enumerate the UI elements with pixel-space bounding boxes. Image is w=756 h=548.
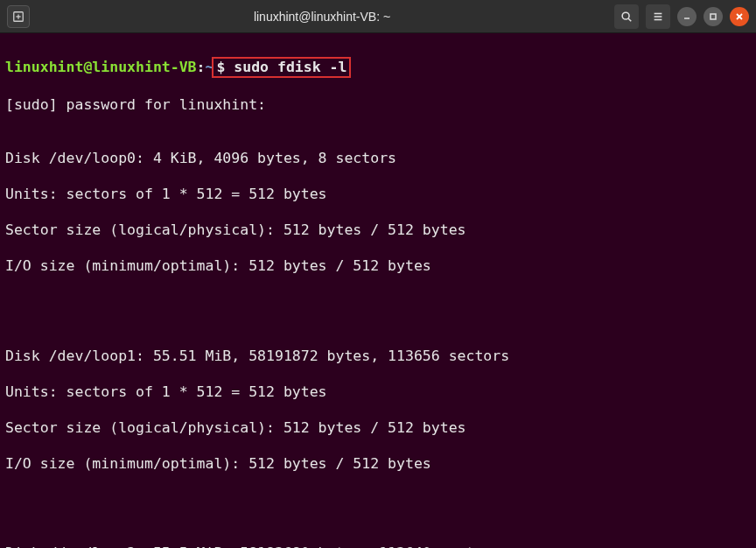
output-line: Disk /dev/loop0: 4 KiB, 4096 bytes, 8 se… — [5, 150, 751, 168]
output-line: Disk /dev/loop2: 55.5 MiB, 58183680 byte… — [5, 544, 751, 548]
prompt-line: linuxhint@linuxhint-VB:~$ sudo fdisk -l — [5, 57, 751, 79]
sudo-password-line: [sudo] password for linuxhint: — [5, 96, 751, 115]
close-button[interactable] — [730, 7, 749, 26]
output-line: Units: sectors of 1 * 512 = 512 bytes — [5, 186, 751, 204]
search-icon — [620, 11, 633, 23]
terminal-area[interactable]: linuxhint@linuxhint-VB:~$ sudo fdisk -l … — [0, 33, 756, 548]
disk-block: Disk /dev/loop2: 55.5 MiB, 58183680 byte… — [5, 527, 751, 549]
maximize-button[interactable] — [704, 7, 723, 26]
new-tab-icon — [12, 11, 24, 23]
svg-line-4 — [628, 18, 631, 21]
disk-block: Disk /dev/loop1: 55.51 MiB, 58191872 byt… — [5, 329, 751, 491]
minimize-icon — [682, 12, 691, 21]
svg-point-3 — [622, 12, 629, 19]
prompt-user-host: linuxhint@linuxhint-VB — [5, 59, 197, 75]
hamburger-icon — [652, 11, 664, 23]
disk-block: Disk /dev/loop0: 4 KiB, 4096 bytes, 8 se… — [5, 132, 751, 294]
svg-rect-9 — [710, 14, 716, 19]
maximize-icon — [709, 12, 718, 21]
output-line: I/O size (minimum/optimal): 512 bytes / … — [5, 455, 751, 474]
prompt-colon: : — [197, 59, 206, 75]
search-button[interactable] — [614, 4, 639, 29]
window-title: linuxhint@linuxhint-VB: ~ — [37, 10, 607, 24]
prompt-dollar: $ — [216, 59, 225, 75]
output-line: Units: sectors of 1 * 512 = 512 bytes — [5, 383, 751, 402]
output-line: Disk /dev/loop1: 55.51 MiB, 58191872 byt… — [5, 348, 751, 366]
titlebar: linuxhint@linuxhint-VB: ~ — [0, 0, 756, 33]
titlebar-right — [614, 4, 749, 29]
menu-button[interactable] — [646, 4, 670, 29]
minimize-button[interactable] — [677, 7, 696, 26]
command-highlight-box: $ sudo fdisk -l — [212, 57, 351, 79]
output-line: Sector size (logical/physical): 512 byte… — [5, 419, 751, 438]
output-line: Sector size (logical/physical): 512 byte… — [5, 221, 751, 240]
new-tab-button[interactable] — [7, 5, 30, 28]
close-icon — [735, 12, 744, 21]
titlebar-left — [7, 5, 30, 28]
command-text: sudo fdisk -l — [234, 59, 346, 75]
output-line: I/O size (minimum/optimal): 512 bytes / … — [5, 257, 751, 276]
